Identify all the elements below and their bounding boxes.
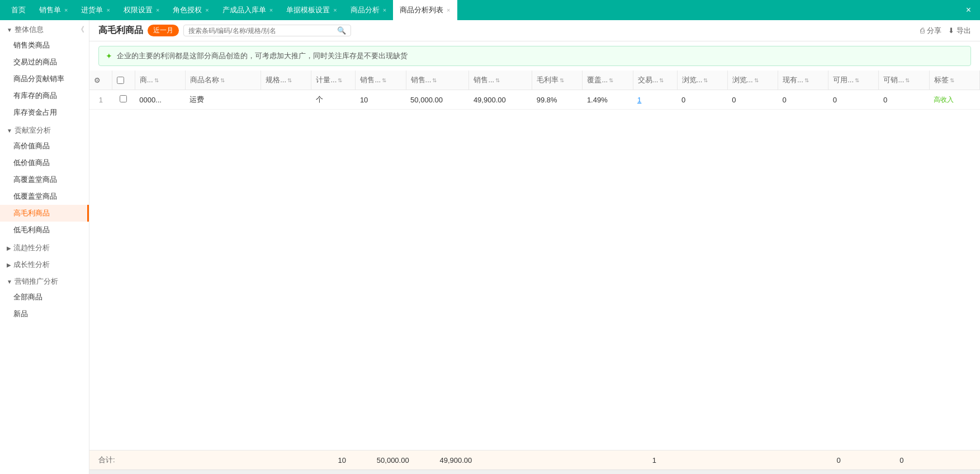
- footer-sales-cost: 49,900.00: [414, 456, 477, 464]
- nav-template[interactable]: 单据模板设置 ×: [280, 0, 343, 20]
- window-close-btn[interactable]: ×: [962, 5, 976, 15]
- cell-current: 0: [778, 90, 828, 110]
- footer-sales-qty: 10: [287, 456, 351, 464]
- sidebar-item-high-coverage[interactable]: 高覆盖堂商品: [0, 171, 89, 188]
- sidebar-group-contribution[interactable]: ▼ 贡献室分析: [0, 121, 89, 138]
- th-sales-cost[interactable]: 销售...⇅: [469, 71, 532, 90]
- sidebar-item-all-goods[interactable]: 全部商品: [0, 289, 89, 306]
- search-icon[interactable]: 🔍: [337, 26, 346, 35]
- footer-cells: 10 50,000.00 49,900.00 1 0 0: [120, 456, 971, 464]
- footer-label: 合计:: [98, 455, 115, 465]
- nav-role-close[interactable]: ×: [205, 7, 209, 13]
- th-settings[interactable]: ⚙: [89, 71, 112, 90]
- table-container: ⚙ 商...⇅ 商品名称⇅ 规格...⇅: [89, 71, 980, 450]
- th-name[interactable]: 商品名称⇅: [185, 71, 261, 90]
- sidebar-item-sales-goods[interactable]: 销售类商品: [0, 37, 89, 54]
- cell-sales-amt: 50,000.00: [406, 90, 469, 110]
- th-browse2[interactable]: 浏览...⇅: [727, 71, 778, 90]
- select-all-checkbox[interactable]: [117, 77, 124, 84]
- th-sales-qty[interactable]: 销售...⇅: [356, 71, 406, 90]
- share-btn[interactable]: ⎙ 分享: [920, 26, 941, 36]
- sidebar-item-high-margin[interactable]: 高毛利商品: [0, 205, 89, 222]
- search-input[interactable]: [188, 27, 335, 35]
- sidebar-item-low-coverage[interactable]: 低覆盖堂商品: [0, 188, 89, 205]
- th-current[interactable]: 现有...⇅: [778, 71, 828, 90]
- sidebar-group-growth[interactable]: ▶ 成长性分析: [0, 255, 89, 272]
- tag-label: 高收入: [934, 96, 954, 104]
- nav-sales[interactable]: 销售单 ×: [32, 0, 74, 20]
- cell-name: 运费: [185, 90, 261, 110]
- th-coverage[interactable]: 覆盖...⇅: [583, 71, 633, 90]
- row-num: 1: [89, 90, 112, 110]
- th-gross-rate[interactable]: 毛利率⇅: [532, 71, 583, 90]
- nav-permission-close[interactable]: ×: [156, 7, 159, 13]
- filter-recent-month-btn[interactable]: 近一月: [148, 25, 179, 36]
- sidebar-item-low-value[interactable]: 低价值商品: [0, 154, 89, 171]
- th-spec[interactable]: 规格...⇅: [261, 71, 311, 90]
- th-available[interactable]: 可用...⇅: [828, 71, 879, 90]
- cell-saleable: 0: [879, 90, 929, 110]
- cell-unit: 个: [311, 90, 356, 110]
- nav-permission[interactable]: 权限设置 ×: [117, 0, 166, 20]
- footer-tx-count: 1: [598, 456, 661, 464]
- arrow-icon-3: ▶: [7, 245, 11, 251]
- sidebar-item-instock-goods[interactable]: 有库存的商品: [0, 87, 89, 104]
- search-box: 🔍: [183, 25, 351, 36]
- sidebar-group-marketing[interactable]: ▼ 营销推广分析: [0, 272, 89, 289]
- row-checkbox[interactable]: [120, 95, 127, 102]
- content-area: 高毛利商品 近一月 🔍 ⎙ 分享 ⬇ 导出 ✦ 企业的主要的利润都是这部分商品创…: [89, 20, 980, 474]
- bottom-scrollbar[interactable]: [89, 470, 980, 474]
- row-checkbox-cell[interactable]: [112, 90, 135, 110]
- nav-analysis-close[interactable]: ×: [383, 7, 386, 13]
- th-unit[interactable]: 计量...⇅: [311, 71, 356, 90]
- table-row: 1 0000... 运费 个 10 50,000.00 49,900.00 99…: [89, 90, 980, 110]
- sidebar-item-new-goods[interactable]: 新品: [0, 306, 89, 322]
- th-checkbox[interactable]: [112, 71, 135, 90]
- sidebar-item-high-value[interactable]: 高价值商品: [0, 138, 89, 154]
- th-saleable[interactable]: 可销...⇅: [879, 71, 929, 90]
- cell-code: 0000...: [135, 90, 185, 110]
- sidebar-item-stock-capital[interactable]: 库存资金占用: [0, 104, 89, 121]
- cell-spec: [261, 90, 311, 110]
- th-sales-amt[interactable]: 销售...⇅: [406, 71, 469, 90]
- sidebar-collapse-btn[interactable]: 《: [77, 25, 84, 35]
- th-tx-count[interactable]: 交易...⇅: [633, 71, 677, 90]
- export-icon: ⬇: [948, 26, 954, 35]
- sidebar-item-traded-goods[interactable]: 交易过的商品: [0, 54, 89, 71]
- cell-browse2: 0: [727, 90, 778, 110]
- th-code[interactable]: 商...⇅: [135, 71, 185, 90]
- nav-analysis-list-close[interactable]: ×: [447, 7, 450, 13]
- cell-tx-count[interactable]: 1: [633, 90, 677, 110]
- nav-purchase-close[interactable]: ×: [106, 7, 110, 13]
- arrow-icon-5: ▼: [7, 279, 12, 285]
- cell-sales-cost: 49,900.00: [469, 90, 532, 110]
- nav-analysis[interactable]: 商品分析 ×: [344, 0, 393, 20]
- data-table: ⚙ 商...⇅ 商品名称⇅ 规格...⇅: [89, 71, 980, 110]
- nav-role[interactable]: 角色授权 ×: [166, 0, 215, 20]
- sidebar-item-contribution-rate[interactable]: 商品分贡献销率: [0, 71, 89, 87]
- nav-purchase[interactable]: 进货单 ×: [74, 0, 116, 20]
- cell-gross-rate: 99.8%: [532, 90, 583, 110]
- footer-spacer1: [120, 456, 288, 464]
- tx-count-link[interactable]: 1: [637, 96, 641, 104]
- cell-browse1: 0: [677, 90, 727, 110]
- arrow-icon: ▼: [7, 27, 12, 33]
- footer-available: 0: [845, 456, 908, 464]
- export-btn[interactable]: ⬇ 导出: [948, 26, 971, 36]
- nav-sales-close[interactable]: ×: [64, 7, 68, 13]
- top-nav: 首页 销售单 × 进货单 × 权限设置 × 角色授权 × 产成品入库单 × 单据…: [0, 0, 980, 20]
- cell-coverage: 1.49%: [583, 90, 633, 110]
- nav-product-entry[interactable]: 产成品入库单 ×: [216, 0, 280, 20]
- nav-analysis-list[interactable]: 商品分析列表 ×: [393, 0, 457, 20]
- nav-product-entry-close[interactable]: ×: [269, 7, 273, 13]
- nav-home[interactable]: 首页: [4, 0, 32, 20]
- footer-sales-amt: 50,000.00: [351, 456, 414, 464]
- nav-template-close[interactable]: ×: [333, 7, 337, 13]
- content-header: 高毛利商品 近一月 🔍 ⎙ 分享 ⬇ 导出: [89, 20, 980, 41]
- sidebar-item-low-margin[interactable]: 低毛利商品: [0, 222, 89, 238]
- cell-tag: 高收入: [929, 90, 979, 110]
- th-browse1[interactable]: 浏览...⇅: [677, 71, 727, 90]
- sidebar-group-overview[interactable]: ▼ 整体信息: [0, 20, 89, 37]
- th-tag[interactable]: 标签⇅: [929, 71, 979, 90]
- sidebar-group-trend[interactable]: ▶ 流趋性分析: [0, 238, 89, 255]
